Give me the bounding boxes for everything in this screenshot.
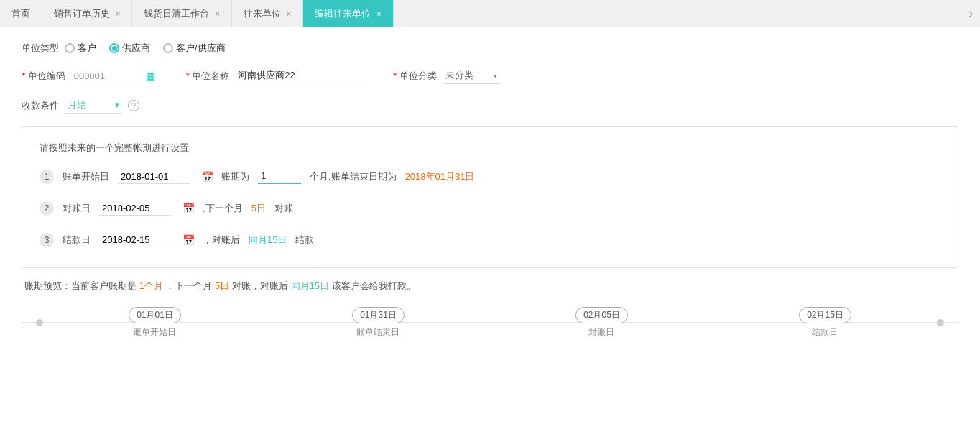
timeline-node-2-date: 01月31日 xyxy=(352,307,405,323)
unit-category-select-display[interactable]: 未分类 xyxy=(443,68,500,84)
timeline-node-4-label: 结款日 xyxy=(812,326,838,339)
period-reconcile-date-input[interactable] xyxy=(99,201,171,216)
period-row-3: 3 结款日 📅 ，对账后 同月15日 结款 xyxy=(40,233,940,247)
timeline-left-dot xyxy=(36,319,43,326)
unit-info-row: 单位编码 ▦ 单位名称 单位分类 未分类 ▾ xyxy=(22,68,958,84)
unit-code-label: 单位编码 xyxy=(22,70,65,83)
radio-supplier-circle xyxy=(109,43,119,53)
radio-customer-supplier[interactable]: 客户/供应商 xyxy=(163,42,226,55)
unit-name-group: 单位名称 xyxy=(186,69,365,83)
period-months-suffix: 个月,账单结束日期为 xyxy=(310,170,397,183)
unit-code-input[interactable] xyxy=(71,69,143,83)
period-reconcile-label: 对账日 xyxy=(63,202,91,215)
period-payment-desc-suffix: 结款 xyxy=(295,234,314,247)
period-num-2: 2 xyxy=(40,201,54,216)
period-reconcile-desc-prefix: ,下一个月 xyxy=(203,202,243,215)
timeline-node-2-label: 账单结束日 xyxy=(356,326,399,339)
period-start-date-input[interactable] xyxy=(118,170,190,184)
preview-months: 1个月 xyxy=(139,280,163,291)
preview-after-day1: 对账，对账后 xyxy=(232,280,288,291)
unit-category-label: 单位分类 xyxy=(393,70,437,83)
timeline-node-4-date: 02月15日 xyxy=(799,307,851,323)
timeline-segment-4: 02月15日 结款日 xyxy=(713,307,937,339)
unit-category-select-wrapper: 未分类 ▾ xyxy=(443,68,500,84)
unit-name-input[interactable] xyxy=(235,69,364,83)
tab-expand-button[interactable]: › xyxy=(962,7,980,20)
tab-daily-work[interactable]: 钱货日清工作台 × xyxy=(132,0,231,27)
period-months-input[interactable] xyxy=(258,169,301,184)
period-num-3: 3 xyxy=(40,233,54,247)
timeline-node-2: 01月31日 账单结束日 xyxy=(352,307,405,339)
timeline-node-1-date: 01月01日 xyxy=(129,307,181,323)
unit-category-group: 单位分类 未分类 ▾ xyxy=(393,68,500,84)
timeline-container: 01月01日 账单开始日 01月31日 账单结束日 02月05日 对账日 xyxy=(22,307,958,339)
tab-units-label: 往来单位 xyxy=(244,7,281,20)
timeline-node-3-label: 对账日 xyxy=(588,326,614,339)
period-reconcile-day: 5日 xyxy=(251,202,266,215)
radio-customer-supplier-label: 客户/供应商 xyxy=(176,42,226,55)
period-row-2: 2 对账日 📅 ,下一个月 5日 对账 xyxy=(40,201,940,216)
period-payment-cal-icon[interactable]: 📅 xyxy=(182,234,194,246)
tab-edit-unit[interactable]: 编辑往来单位 × xyxy=(303,0,393,27)
tab-bar: 首页 销售订单历史 × 钱货日清工作台 × 往来单位 × 编辑往来单位 × › xyxy=(0,0,980,27)
unit-name-label: 单位名称 xyxy=(186,70,230,83)
preview-middle: ，下一个月 xyxy=(165,280,212,291)
period-payment-date-label: 结款日 xyxy=(63,234,91,247)
tab-home[interactable]: 首页 xyxy=(0,0,42,27)
timeline-node-4: 02月15日 结款日 xyxy=(799,307,851,339)
period-settings-box: 请按照未来的一个完整帐期进行设置 1 账单开始日 📅 账期为 个月,账单结束日期… xyxy=(22,126,958,268)
tab-daily-work-label: 钱货日清工作台 xyxy=(144,7,209,20)
period-payment-desc-prefix: ，对账后 xyxy=(203,234,240,247)
main-content: 单位类型 客户 供应商 客户/供应商 单位编码 ▦ 单位名称 xyxy=(0,27,980,437)
period-row-1: 1 账单开始日 📅 账期为 个月,账单结束日期为 2018年01月31日 xyxy=(40,169,940,184)
timeline-node-1-label: 账单开始日 xyxy=(133,326,176,339)
timeline-node-3: 02月05日 对账日 xyxy=(575,307,628,339)
period-end-date-display: 2018年01月31日 xyxy=(405,170,475,183)
tab-sales-history[interactable]: 销售订单历史 × xyxy=(42,0,132,27)
tab-sales-history-label: 销售订单历史 xyxy=(54,7,110,20)
payment-row: 收款条件 月结 ▾ ? xyxy=(22,97,958,114)
unit-type-label: 单位类型 xyxy=(22,42,59,55)
unit-code-group: 单位编码 ▦ xyxy=(22,69,157,83)
timeline-node-3-date: 02月05日 xyxy=(575,307,628,323)
preview-day1: 5日 xyxy=(215,280,229,291)
period-reconcile-cal-icon[interactable]: 📅 xyxy=(182,203,194,214)
tab-daily-work-close[interactable]: × xyxy=(215,9,219,18)
radio-customer[interactable]: 客户 xyxy=(65,42,96,55)
payment-dropdown-group: 月结 ▾ xyxy=(65,97,122,114)
unit-type-row: 单位类型 客户 供应商 客户/供应商 xyxy=(22,42,958,55)
period-title: 请按照未来的一个完整帐期进行设置 xyxy=(40,142,940,155)
preview-suffix: 该客户会给我打款。 xyxy=(332,280,416,291)
preview-prefix: 账期预览：当前客户账期是 xyxy=(24,280,137,291)
payment-help-icon[interactable]: ? xyxy=(128,100,139,111)
timeline: 01月01日 账单开始日 01月31日 账单结束日 02月05日 对账日 xyxy=(36,307,944,339)
tab-units[interactable]: 往来单位 × xyxy=(232,0,303,27)
radio-supplier-label: 供应商 xyxy=(122,42,150,55)
timeline-segment-2: 01月31日 账单结束日 xyxy=(267,307,490,339)
unit-type-radio-group: 客户 供应商 客户/供应商 xyxy=(65,42,226,55)
timeline-node-1: 01月01日 账单开始日 xyxy=(129,307,181,339)
radio-supplier[interactable]: 供应商 xyxy=(109,42,150,55)
tab-units-close[interactable]: × xyxy=(287,9,291,18)
tab-home-label: 首页 xyxy=(11,7,30,20)
tab-sales-history-close[interactable]: × xyxy=(116,9,120,18)
period-start-cal-icon[interactable]: 📅 xyxy=(201,171,213,183)
timeline-segment-3: 02月05日 对账日 xyxy=(490,307,713,339)
period-num-1: 1 xyxy=(40,170,54,184)
timeline-right-dot xyxy=(937,319,944,326)
radio-customer-label: 客户 xyxy=(78,42,96,55)
period-payment-date-input[interactable] xyxy=(99,233,171,247)
period-payment-highlight: 同月15日 xyxy=(249,234,287,247)
period-start-label: 账单开始日 xyxy=(63,170,109,183)
period-reconcile-desc-suffix: 对账 xyxy=(274,202,293,215)
payment-label: 收款条件 xyxy=(22,99,59,112)
tab-edit-unit-label: 编辑往来单位 xyxy=(315,7,371,20)
radio-customer-supplier-circle xyxy=(163,43,173,53)
payment-select-display[interactable]: 月结 xyxy=(65,97,122,114)
tab-edit-unit-close[interactable]: × xyxy=(376,9,381,18)
radio-customer-circle xyxy=(65,43,75,53)
preview-text: 账期预览：当前客户账期是 1个月 ，下一个月 5日 对账，对账后 同月15日 该… xyxy=(22,280,958,293)
period-account-for-label: 账期为 xyxy=(221,170,249,183)
timeline-segment-1: 01月01日 账单开始日 xyxy=(43,307,267,339)
unit-code-icon[interactable]: ▦ xyxy=(146,70,157,82)
